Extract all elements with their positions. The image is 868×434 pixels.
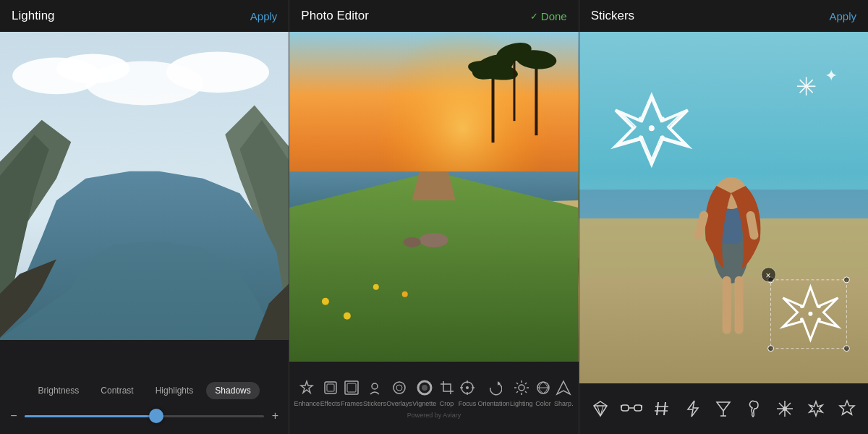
svg-point-82 bbox=[817, 318, 821, 321]
sticker-lightning[interactable] bbox=[681, 397, 705, 420]
svg-rect-24 bbox=[535, 63, 538, 135]
svg-rect-95 bbox=[634, 405, 642, 411]
panel2-top-bar: Photo Editor ✓ Done bbox=[289, 0, 578, 32]
panel3-photo-bg: ✳ ✦ bbox=[579, 32, 868, 383]
svg-line-56 bbox=[525, 383, 527, 384]
sticker-cocktail[interactable] bbox=[712, 397, 735, 420]
enhance-label: Enhance bbox=[294, 400, 320, 407]
lighting-slider[interactable] bbox=[25, 415, 264, 417]
lighting-icon bbox=[511, 378, 532, 398]
svg-marker-90 bbox=[594, 401, 607, 416]
svg-point-27 bbox=[373, 284, 379, 290]
svg-marker-103 bbox=[688, 401, 698, 417]
svg-marker-32 bbox=[301, 381, 312, 393]
effects-label: Effects bbox=[320, 400, 340, 407]
panel1-title: Lighting bbox=[12, 9, 55, 23]
svg-rect-69 bbox=[722, 276, 731, 334]
panel1-photo bbox=[0, 32, 289, 340]
sticker-seahorse[interactable] bbox=[743, 397, 766, 420]
sticker-text[interactable] bbox=[650, 397, 673, 420]
orientation-icon bbox=[484, 378, 504, 398]
tab-shadows[interactable]: Shadows bbox=[206, 382, 259, 399]
sticker-sunglasses[interactable] bbox=[620, 397, 643, 420]
panel2-done-button[interactable]: ✓ Done bbox=[530, 10, 567, 22]
svg-rect-19 bbox=[492, 70, 495, 142]
adjustment-tabs: Brightness Contrast Highlights Shadows bbox=[0, 382, 289, 399]
tab-brightness[interactable]: Brightness bbox=[30, 382, 88, 399]
svg-rect-70 bbox=[734, 276, 743, 334]
svg-line-55 bbox=[525, 391, 527, 393]
panel3-title: Stickers bbox=[591, 9, 634, 23]
slider-fill bbox=[25, 415, 156, 417]
powered-by-text: Powered by Aviary bbox=[289, 412, 578, 419]
svg-point-43 bbox=[466, 386, 469, 389]
sticker-starfish1[interactable] bbox=[804, 397, 827, 420]
tool-icons: Enhance Effects Frames Stickers bbox=[289, 378, 578, 409]
tool-overlays[interactable]: Overlays bbox=[386, 378, 412, 407]
panel1-controls: Brightness Contrast Highlights Shadows −… bbox=[0, 340, 289, 434]
svg-point-81 bbox=[800, 318, 804, 321]
panel1-top-bar: Lighting Apply bbox=[0, 0, 289, 32]
svg-marker-104 bbox=[717, 402, 730, 411]
slider-thumb[interactable] bbox=[149, 409, 163, 423]
svg-line-97 bbox=[621, 405, 621, 408]
checkmark-icon: ✓ bbox=[530, 11, 538, 22]
svg-point-29 bbox=[402, 292, 408, 297]
panel2-photo-bg bbox=[289, 32, 578, 362]
frames-label: Frames bbox=[341, 400, 363, 407]
svg-rect-94 bbox=[621, 405, 629, 411]
svg-point-78 bbox=[808, 312, 812, 316]
svg-line-100 bbox=[664, 402, 665, 415]
tool-crop[interactable]: Crop bbox=[437, 378, 457, 407]
panel1-apply-button[interactable]: Apply bbox=[250, 10, 278, 22]
crop-label: Crop bbox=[440, 400, 454, 407]
focus-label: Focus bbox=[459, 400, 477, 407]
focus-icon bbox=[457, 378, 477, 398]
sticker-gem[interactable] bbox=[589, 397, 612, 420]
panel2-photo bbox=[289, 32, 578, 362]
svg-line-99 bbox=[657, 402, 658, 415]
tool-lighting[interactable]: Lighting bbox=[510, 378, 533, 407]
tool-focus[interactable]: Focus bbox=[457, 378, 477, 407]
sticker-sparkle[interactable] bbox=[773, 397, 796, 420]
sharpness-label: Sharp. bbox=[554, 400, 574, 407]
panel3-apply-button[interactable]: Apply bbox=[829, 10, 856, 22]
svg-point-31 bbox=[404, 237, 421, 247]
svg-marker-18 bbox=[412, 171, 456, 200]
svg-text:✳: ✳ bbox=[796, 72, 817, 101]
svg-text:✦: ✦ bbox=[825, 67, 838, 85]
stickers-panel: Stickers Apply bbox=[579, 0, 868, 434]
svg-point-39 bbox=[396, 385, 402, 391]
tool-effects[interactable]: Effects bbox=[320, 378, 341, 407]
svg-rect-33 bbox=[325, 382, 336, 393]
svg-rect-34 bbox=[327, 384, 334, 391]
panel3-sticker-bar bbox=[579, 383, 868, 434]
tool-enhance[interactable]: Enhance bbox=[294, 378, 320, 407]
tool-frames[interactable]: Frames bbox=[341, 378, 363, 407]
panel3-top-bar: Stickers Apply bbox=[579, 0, 868, 32]
sticker-star[interactable] bbox=[835, 397, 859, 420]
tool-vignette[interactable]: Vignette bbox=[412, 378, 436, 407]
done-label: Done bbox=[541, 10, 567, 22]
stickers-label: Stickers bbox=[363, 400, 386, 407]
slider-plus-icon: + bbox=[270, 409, 280, 422]
tool-stickers[interactable]: Stickers bbox=[363, 378, 386, 407]
tool-color[interactable]: Color bbox=[533, 378, 553, 407]
color-label: Color bbox=[535, 400, 551, 407]
svg-rect-22 bbox=[514, 56, 516, 121]
slider-minus-icon: − bbox=[9, 409, 19, 422]
tab-highlights[interactable]: Highlights bbox=[147, 382, 203, 399]
orientation-label: Orientation bbox=[478, 400, 510, 407]
panel2-toolbar: Enhance Effects Frames Stickers bbox=[289, 362, 578, 434]
vignette-label: Vignette bbox=[412, 400, 436, 407]
svg-marker-59 bbox=[557, 381, 570, 394]
svg-point-85 bbox=[843, 277, 849, 283]
svg-point-28 bbox=[344, 312, 351, 320]
svg-rect-36 bbox=[347, 383, 356, 392]
svg-point-38 bbox=[393, 382, 405, 393]
svg-text:×: × bbox=[765, 271, 770, 281]
tool-orientation[interactable]: Orientation bbox=[478, 378, 510, 407]
tab-contrast[interactable]: Contrast bbox=[92, 382, 142, 399]
tool-sharpness[interactable]: Sharp. bbox=[553, 378, 574, 407]
effects-icon bbox=[320, 378, 341, 398]
